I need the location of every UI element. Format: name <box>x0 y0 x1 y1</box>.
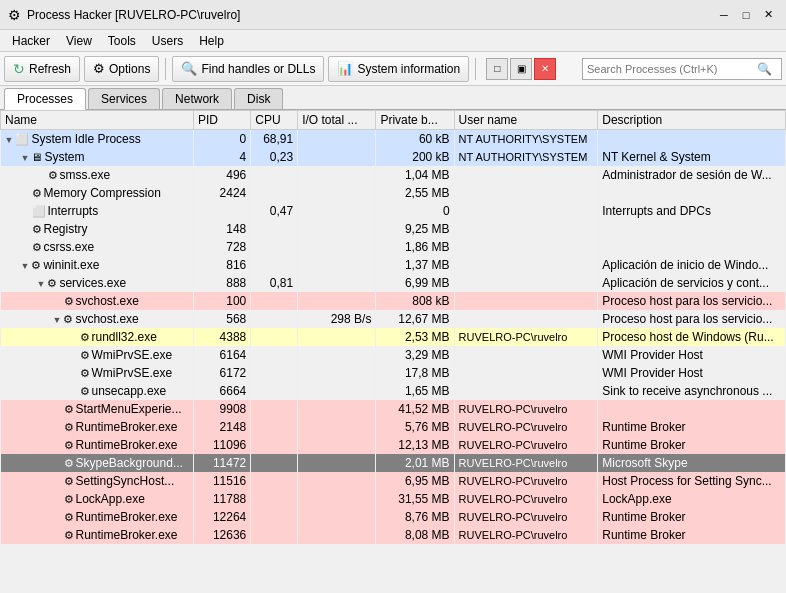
cell-name: ⚙RuntimeBroker.exe <box>1 436 194 454</box>
header-io[interactable]: I/O total ... <box>298 111 376 130</box>
cell-desc: Host Process for Setting Sync... <box>598 472 786 490</box>
table-row[interactable]: ⚙RuntimeBroker.exe126368,08 MBRUVELRO-PC… <box>1 526 786 544</box>
table-row[interactable]: ⚙WmiPrvSE.exe617217,8 MBWMI Provider Hos… <box>1 364 786 382</box>
menu-help[interactable]: Help <box>191 32 232 50</box>
process-name: System Idle Process <box>31 132 140 146</box>
header-priv[interactable]: Private b... <box>376 111 454 130</box>
cell-cpu <box>251 328 298 346</box>
table-row[interactable]: ⚙LockApp.exe1178831,55 MBRUVELRO-PC\ruve… <box>1 490 786 508</box>
cell-io <box>298 490 376 508</box>
cell-user <box>454 220 598 238</box>
cell-cpu <box>251 418 298 436</box>
process-name: Registry <box>44 222 88 236</box>
cell-desc <box>598 130 786 148</box>
table-row[interactable]: ⬜Interrupts0,470Interrupts and DPCs <box>1 202 786 220</box>
cell-user <box>454 202 598 220</box>
minimize-button[interactable]: ─ <box>714 5 734 25</box>
cell-io <box>298 184 376 202</box>
table-row[interactable]: ⚙svchost.exe100808 kBProceso host para l… <box>1 292 786 310</box>
view-btn-3[interactable]: ✕ <box>534 58 556 80</box>
cell-name: ⚙WmiPrvSE.exe <box>1 346 194 364</box>
menu-hacker[interactable]: Hacker <box>4 32 58 50</box>
cell-io <box>298 274 376 292</box>
title-bar: ⚙ Process Hacker [RUVELRO-PC\ruvelro] ─ … <box>0 0 786 30</box>
process-name: RuntimeBroker.exe <box>76 510 178 524</box>
cell-cpu: 0,81 <box>251 274 298 292</box>
table-scroll[interactable]: Name PID CPU I/O total ... Private b... … <box>0 110 786 593</box>
cell-pid: 11788 <box>193 490 250 508</box>
refresh-button[interactable]: ↻ Refresh <box>4 56 80 82</box>
tab-processes[interactable]: Processes <box>4 88 86 110</box>
table-row[interactable]: ⚙Registry1489,25 MB <box>1 220 786 238</box>
find-handles-button[interactable]: 🔍 Find handles or DLLs <box>172 56 324 82</box>
menu-users[interactable]: Users <box>144 32 191 50</box>
maximize-button[interactable]: □ <box>736 5 756 25</box>
table-row[interactable]: ⚙smss.exe4961,04 MBAdministrador de sesi… <box>1 166 786 184</box>
table-row[interactable]: ⚙SkypeBackground...114722,01 MBRUVELRO-P… <box>1 454 786 472</box>
cell-io <box>298 526 376 544</box>
close-button[interactable]: ✕ <box>758 5 778 25</box>
table-row[interactable]: ⚙rundll32.exe43882,53 MBRUVELRO-PC\ruvel… <box>1 328 786 346</box>
expand-icon[interactable]: ▼ <box>5 135 14 145</box>
expand-icon[interactable]: ▼ <box>21 261 30 271</box>
table-row[interactable]: ▼⬜System Idle Process068,9160 kBNT AUTHO… <box>1 130 786 148</box>
cell-name: ⚙csrss.exe <box>1 238 194 256</box>
cell-priv: 1,04 MB <box>376 166 454 184</box>
view-btn-1[interactable]: □ <box>486 58 508 80</box>
tab-network[interactable]: Network <box>162 88 232 109</box>
system-info-button[interactable]: 📊 System information <box>328 56 469 82</box>
table-row[interactable]: ⚙WmiPrvSE.exe61643,29 MBWMI Provider Hos… <box>1 346 786 364</box>
table-row[interactable]: ⚙RuntimeBroker.exe122648,76 MBRUVELRO-PC… <box>1 508 786 526</box>
search-box[interactable]: 🔍 <box>582 58 782 80</box>
options-button[interactable]: ⚙ Options <box>84 56 159 82</box>
header-name[interactable]: Name <box>1 111 194 130</box>
cell-name: ▼⚙svchost.exe <box>1 310 194 328</box>
cell-io <box>298 328 376 346</box>
header-pid[interactable]: PID <box>193 111 250 130</box>
cell-priv: 0 <box>376 202 454 220</box>
tab-services[interactable]: Services <box>88 88 160 109</box>
table-row[interactable]: ⚙Memory Compression24242,55 MB <box>1 184 786 202</box>
cell-name: ⚙SkypeBackground... <box>1 454 194 472</box>
cell-priv: 31,55 MB <box>376 490 454 508</box>
process-icon: ⚙ <box>63 313 73 325</box>
cell-pid: 11096 <box>193 436 250 454</box>
table-row[interactable]: ▼⚙svchost.exe568298 B/s12,67 MBProceso h… <box>1 310 786 328</box>
header-user[interactable]: User name <box>454 111 598 130</box>
cell-pid: 11472 <box>193 454 250 472</box>
cell-io <box>298 130 376 148</box>
header-desc[interactable]: Description <box>598 111 786 130</box>
table-row[interactable]: ⚙StartMenuExperie...990841,52 MBRUVELRO-… <box>1 400 786 418</box>
table-row[interactable]: ▼⚙services.exe8880,816,99 MBAplicación d… <box>1 274 786 292</box>
table-row[interactable]: ▼🖥System40,23200 kBNT AUTHORITY\SYSTEMNT… <box>1 148 786 166</box>
table-row[interactable]: ▼⚙wininit.exe8161,37 MBAplicación de ini… <box>1 256 786 274</box>
process-icon: ⬜ <box>15 133 29 145</box>
cell-desc: WMI Provider Host <box>598 364 786 382</box>
view-mode-buttons: □ ▣ ✕ <box>486 58 556 80</box>
cell-cpu <box>251 454 298 472</box>
process-name: StartMenuExperie... <box>76 402 182 416</box>
table-row[interactable]: ⚙unsecapp.exe66641,65 MBSink to receive … <box>1 382 786 400</box>
view-btn-2[interactable]: ▣ <box>510 58 532 80</box>
table-row[interactable]: ⚙csrss.exe7281,86 MB <box>1 238 786 256</box>
cell-priv: 1,37 MB <box>376 256 454 274</box>
search-input[interactable] <box>587 63 757 75</box>
tab-disk[interactable]: Disk <box>234 88 283 109</box>
cell-desc <box>598 184 786 202</box>
header-cpu[interactable]: CPU <box>251 111 298 130</box>
process-name: services.exe <box>59 276 126 290</box>
menu-view[interactable]: View <box>58 32 100 50</box>
table-row[interactable]: ⚙RuntimeBroker.exe1109612,13 MBRUVELRO-P… <box>1 436 786 454</box>
expand-icon[interactable]: ▼ <box>53 315 62 325</box>
expand-icon[interactable]: ▼ <box>37 279 46 289</box>
cell-desc: Proceso host para los servicio... <box>598 292 786 310</box>
cell-name: ⚙svchost.exe <box>1 292 194 310</box>
table-row[interactable]: ⚙RuntimeBroker.exe21485,76 MBRUVELRO-PC\… <box>1 418 786 436</box>
cell-priv: 808 kB <box>376 292 454 310</box>
expand-icon[interactable]: ▼ <box>21 153 30 163</box>
cell-user <box>454 166 598 184</box>
table-row[interactable]: ⚙SettingSyncHost...115166,95 MBRUVELRO-P… <box>1 472 786 490</box>
cell-name: ⚙rundll32.exe <box>1 328 194 346</box>
process-icon: ⚙ <box>32 241 42 253</box>
menu-tools[interactable]: Tools <box>100 32 144 50</box>
